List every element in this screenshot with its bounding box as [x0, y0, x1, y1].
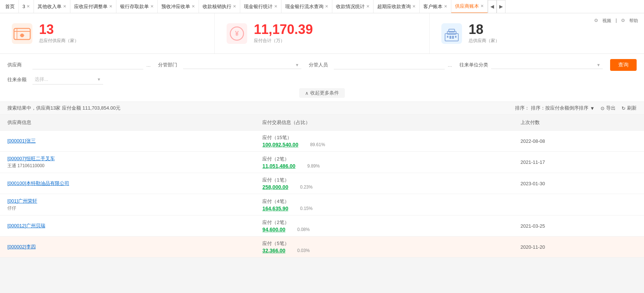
last-payment-date: 2023-01-30: [521, 181, 545, 186]
tab-supplier-account[interactable]: 供应商账本 ✕: [451, 0, 488, 13]
video-icon: ⊙: [594, 18, 598, 24]
supplier-input[interactable]: [32, 61, 143, 69]
close-tab-cash-bank-stat[interactable]: ✕: [274, 4, 277, 9]
close-tab-prepay[interactable]: ✕: [192, 4, 195, 9]
last-payment-cell: 2023-01-30: [513, 173, 644, 194]
last-payment-date: 2021-03-25: [521, 223, 545, 229]
amount-link[interactable]: 94,600.00: [262, 227, 285, 232]
tab-3[interactable]: 3 ✕: [19, 0, 34, 13]
category-select[interactable]: ▼: [491, 61, 603, 69]
amount-link[interactable]: 100,092,540.00: [262, 142, 298, 148]
amount-link[interactable]: 11,051,486.00: [262, 163, 295, 169]
result-actions: 排序： 排序：按应付余额倒序排序 ▼ ⊙ 导出 ↻ 刷新: [515, 105, 637, 111]
result-bar: 搜索结果中，供应商13家 应付金额 111,703,854.00元 排序： 排序…: [0, 102, 644, 115]
supplier-link[interactable]: [000012]广州贝瑞: [7, 223, 45, 228]
col-header-supplier: 供应商信息: [0, 115, 255, 131]
tx-percentage: 0.08%: [297, 227, 310, 232]
tab-adjustment[interactable]: 应收应付调整单 ✕: [70, 0, 116, 13]
filter-row-1: 供应商 ... 分管部门 ▼ 分管人员 ... 往来单位分类 ▼ 查询: [7, 59, 637, 71]
collapse-button[interactable]: ∧ 收起更多条件: [299, 88, 345, 98]
tab-overdue[interactable]: 超期应收款查询 ✕: [374, 0, 420, 13]
tab-customer-account[interactable]: 客户账本 ✕: [420, 0, 451, 13]
close-tab-cash-flow[interactable]: ✕: [325, 4, 328, 9]
amount-link[interactable]: 32,366.00: [262, 248, 285, 254]
close-tab-3[interactable]: ✕: [27, 4, 30, 9]
video-link[interactable]: 视频: [602, 18, 611, 24]
last-payment-cell: 2022-08-08: [513, 131, 644, 152]
tab-other-income[interactable]: 其他收入单 ✕: [34, 0, 70, 13]
help-icon: ⊙: [621, 18, 625, 24]
table-row: [000007]恒旺二手叉车王通 17106110000应付（2笔）11,051…: [0, 152, 644, 173]
tab-cash-bank-stat[interactable]: 现金银行统计 ✕: [240, 0, 281, 13]
tx-cell: 应付（1笔）258,000.000.23%: [255, 173, 513, 194]
nav-arrow-right[interactable]: ▶: [497, 0, 505, 13]
sort-label: 排序：: [515, 105, 529, 111]
query-button[interactable]: 查询: [610, 59, 637, 71]
top-navigation: 首页 3 ✕ 其他收入单 ✕ 应收应付调整单 ✕ 银行存取款单 ✕ 预收冲应收单…: [0, 0, 644, 13]
supplier-cell: [000012]广州贝瑞: [0, 216, 255, 237]
close-tab-adjustment[interactable]: ✕: [109, 4, 112, 9]
top-right-links: ⊙ 视频 | ⊙ 帮助: [594, 18, 638, 24]
dept-select[interactable]: ▼: [183, 61, 301, 69]
supplier-cell: [001]广州荣轩仔仔: [0, 194, 255, 216]
export-button[interactable]: ⊙ 导出: [601, 105, 616, 111]
tx-cell: 应付（15笔）100,092,540.0089.61%: [255, 131, 513, 152]
filter-category: 往来单位分类 ▼: [459, 61, 603, 69]
payable-suppliers-icon: [11, 23, 33, 45]
tx-percentage: 0.23%: [300, 185, 312, 190]
table-row: [001]广州荣轩仔仔应付（4笔）164,635.900.15%: [0, 194, 644, 216]
last-payment-cell: 2020-11-20: [513, 237, 644, 258]
supplier-link[interactable]: [000001]张三: [7, 138, 36, 144]
stat-block-payable-amount: ¥ 11,170.39 应付合计（万）: [215, 13, 430, 54]
balance-select[interactable]: 选择... ▼: [32, 75, 103, 85]
filter-supplier: 供应商 ...: [7, 61, 151, 69]
last-payment-cell: 2021-03-25: [513, 216, 644, 237]
supplier-link[interactable]: [001]广州荣轩: [7, 198, 37, 204]
tx-label: 应付（1笔）: [262, 177, 505, 183]
filter-balance: 往来余额 选择... ▼: [7, 75, 103, 85]
total-suppliers-label: 总供应商（家）: [469, 38, 500, 44]
svg-rect-12: [449, 36, 451, 39]
tab-cash-flow[interactable]: 现金银行流水查询 ✕: [281, 0, 332, 13]
dept-chevron-down-icon: ▼: [295, 63, 299, 67]
close-tab-customer-account[interactable]: ✕: [444, 4, 447, 9]
tab-home[interactable]: 首页: [1, 0, 19, 13]
close-tab-other-income[interactable]: ✕: [63, 4, 66, 9]
refresh-button[interactable]: ↻ 刷新: [622, 105, 637, 111]
close-tab-collection-stat[interactable]: ✕: [366, 4, 370, 9]
refresh-icon: ↻: [622, 106, 626, 111]
last-payment-cell: 2021-11-17: [513, 152, 644, 173]
supplier-link[interactable]: [000002]李四: [7, 244, 36, 249]
nav-arrow-left[interactable]: ◀: [488, 0, 497, 13]
sort-select[interactable]: 排序： 排序：按应付余额倒序排序 ▼: [515, 105, 595, 111]
supplier-cell: [000100]本特勒油品有限公司: [0, 173, 255, 194]
tab-prepay[interactable]: 预收冲应收单 ✕: [158, 0, 199, 13]
close-tab-bank-deposit[interactable]: ✕: [150, 4, 154, 9]
filter-dept: 分管部门 ▼: [158, 61, 301, 69]
help-link[interactable]: 帮助: [629, 18, 638, 24]
person-dots[interactable]: ...: [448, 62, 452, 68]
supplier-label: 供应商: [7, 62, 29, 68]
supplier-dots[interactable]: ...: [146, 62, 151, 68]
svg-text:¥: ¥: [235, 30, 239, 37]
close-tab-supplier-account[interactable]: ✕: [480, 4, 484, 8]
collapse-icon: ∧: [305, 90, 309, 96]
close-tab-collection[interactable]: ✕: [233, 4, 236, 9]
supplier-link[interactable]: [000100]本特勒油品有限公司: [7, 180, 69, 186]
amount-link[interactable]: 164,635.90: [262, 206, 288, 211]
payable-amount-label: 应付合计（万）: [254, 38, 313, 44]
amount-link[interactable]: 258,000.00: [262, 184, 288, 190]
supplier-cell: [000002]李四: [0, 237, 255, 258]
table-row: [000012]广州贝瑞应付（2笔）94,600.000.08%2021-03-…: [0, 216, 644, 237]
balance-chevron-down-icon: ▼: [97, 77, 101, 82]
tab-collection[interactable]: 收款核销执行 ✕: [199, 0, 240, 13]
tab-collection-stat[interactable]: 收款情况统计 ✕: [332, 0, 374, 13]
tx-percentage: 0.15%: [300, 206, 312, 211]
payable-suppliers-label: 总应付供应商（家）: [39, 38, 79, 44]
tx-label: 应付（2笔）: [262, 219, 505, 226]
supplier-link[interactable]: [000007]恒旺二手叉车: [7, 156, 55, 161]
person-input[interactable]: [334, 61, 445, 69]
close-tab-overdue[interactable]: ✕: [412, 4, 416, 9]
tab-bank-deposit[interactable]: 银行存取款单 ✕: [116, 0, 158, 13]
supplier-table: 供应商信息 应付交易信息（占比） 上次付数 [000001]张三应付（15笔）1…: [0, 115, 644, 258]
